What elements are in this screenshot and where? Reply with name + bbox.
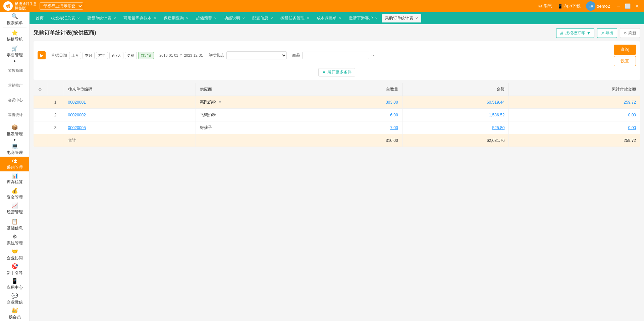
sidebar-item-app-center[interactable]: 📱 应用中心 bbox=[0, 277, 29, 291]
date-shortcut-prev-month[interactable]: 上月 bbox=[69, 52, 81, 59]
status-select[interactable] bbox=[226, 51, 287, 59]
amount-link-2[interactable]: 1,586.52 bbox=[489, 113, 505, 117]
col-header-amount: 金额 bbox=[402, 83, 509, 96]
filter-toggle-btn[interactable]: ▶ bbox=[38, 51, 46, 59]
refresh-icon: ↺ bbox=[624, 31, 627, 36]
restore-btn[interactable]: ⬜ bbox=[624, 3, 632, 9]
row-check-2 bbox=[34, 109, 47, 121]
date-shortcut-7days[interactable]: 近7天 bbox=[109, 52, 123, 59]
filter-status-item: 单据状态 bbox=[208, 51, 287, 59]
minimize-btn[interactable]: ─ bbox=[615, 3, 622, 9]
tab-home[interactable]: 首页 bbox=[32, 14, 47, 22]
col-header-supplier-code: 往来单位编码 bbox=[64, 83, 196, 96]
chevron-down-icon: ▼ bbox=[13, 138, 16, 142]
logo-char: 畅 bbox=[6, 3, 10, 9]
sidebar-item-shortcut[interactable]: ⭐ 快捷导航 bbox=[0, 29, 29, 43]
stock-icon: 📊 bbox=[11, 172, 18, 179]
tab-close-function[interactable]: ✕ bbox=[242, 16, 245, 20]
sidebar-item-stock[interactable]: 📊 库存核算 bbox=[0, 171, 29, 186]
sidebar-item-retail-stats[interactable]: 零售统计 bbox=[0, 107, 29, 122]
sidebar-item-system[interactable]: ⚙ 系统管理 bbox=[0, 232, 29, 247]
query-btn[interactable]: 查询 bbox=[614, 45, 636, 55]
paid-link-3[interactable]: 0.00 bbox=[628, 125, 636, 130]
tab-pickup-task[interactable]: 拣货任务管理 ✕ bbox=[277, 14, 313, 22]
nav-tabs: 首页 收发存汇总表 ✕ 要货单统计表 ✕ 可用量库存账本 ✕ 保质期查询 ✕ 超… bbox=[30, 12, 644, 24]
sidebar-item-enterprise[interactable]: 🤝 企业协同 bbox=[0, 247, 29, 262]
sidebar-item-member[interactable]: 会员中心 bbox=[0, 93, 29, 107]
app-download-btn[interactable]: 📱 App下载 bbox=[557, 3, 581, 9]
tab-expiry-query[interactable]: 保质期查询 ✕ bbox=[160, 14, 192, 22]
date-more-btn[interactable]: 更多 bbox=[125, 52, 137, 59]
supplier-code-link-2[interactable]: 00020002 bbox=[68, 113, 86, 117]
sidebar-item-vip[interactable]: 👑 畅会员 bbox=[0, 306, 29, 321]
expand-more-btn[interactable]: ▼ 展开更多条件 bbox=[318, 68, 355, 76]
date-shortcut-this-year[interactable]: 本年 bbox=[96, 52, 108, 59]
sidebar-item-newbie[interactable]: 🎯 新手引导 bbox=[0, 262, 29, 277]
tab-available-stock[interactable]: 可用量库存账本 ✕ bbox=[120, 14, 160, 22]
sidebar-item-basic[interactable]: 📋 基础信息 bbox=[0, 217, 29, 232]
date-shortcuts: 上月 本月 本年 近7天 更多 自定义 bbox=[69, 52, 154, 59]
paid-link-1[interactable]: 259.72 bbox=[624, 100, 636, 105]
sidebar-item-marketing[interactable]: 营销推广 bbox=[0, 78, 29, 93]
supplier-code-link-1[interactable]: 00020001 bbox=[68, 100, 86, 105]
table-row: 2 00020002 飞鹤奶粉 6.00 1,586.52 bbox=[34, 109, 640, 121]
tab-close-purchase[interactable]: ✕ bbox=[415, 16, 418, 20]
tab-close-cost[interactable]: ✕ bbox=[339, 16, 341, 20]
tab-close-receive[interactable]: ✕ bbox=[77, 16, 80, 20]
amount-link-3[interactable]: 525.80 bbox=[492, 125, 505, 130]
row-amount-2: 1,586.52 bbox=[402, 109, 509, 121]
column-settings-icon[interactable]: ⚙ bbox=[38, 87, 42, 92]
qty-link-1[interactable]: 303.00 bbox=[386, 100, 398, 105]
qty-link-3[interactable]: 7.00 bbox=[390, 125, 398, 130]
table-container: ⚙ 往来单位编码 供应商 主数量 金额 累计付款金额 bbox=[34, 83, 640, 147]
filter-right-btns: 查询 设置 bbox=[614, 45, 636, 66]
tab-cost-adjust[interactable]: 成本调整单 ✕ bbox=[313, 14, 345, 22]
sidebar-item-finance[interactable]: 💰 资金管理 bbox=[0, 186, 29, 201]
sidebar-item-ecommerce[interactable]: 💻 电商管理 bbox=[0, 142, 29, 157]
tab-close-goods[interactable]: ✕ bbox=[113, 16, 116, 20]
tab-invite-downstream[interactable]: 邀请下游客户 ✕ bbox=[345, 14, 381, 22]
template-print-btn[interactable]: 🖨 按模板打印 ▼ bbox=[556, 28, 594, 38]
app-center-icon: 📱 bbox=[11, 278, 18, 284]
tab-function-desc[interactable]: 功能说明 ✕ bbox=[221, 14, 248, 22]
tab-close-overstock[interactable]: ✕ bbox=[214, 16, 217, 20]
more-options-icon[interactable]: ··· bbox=[371, 52, 376, 58]
tab-close-available[interactable]: ✕ bbox=[154, 16, 156, 20]
sidebar-item-retail[interactable]: 🛒 零售管理 ▲ bbox=[0, 45, 29, 63]
tab-goods-summary[interactable]: 要货单统计表 ✕ bbox=[84, 14, 119, 22]
workspace-select[interactable]: 母婴行业演示账套 bbox=[40, 2, 83, 10]
message-btn[interactable]: ✉ 消息 bbox=[538, 3, 552, 9]
tab-close-pickup[interactable]: ✕ bbox=[307, 16, 309, 20]
user-avatar: Ea bbox=[586, 1, 595, 11]
main-layout: 🔍 搜索菜单 ⭐ 快捷导航 🛒 零售管理 ▲ 零售商城 营销推广 会员中心 零售… bbox=[0, 12, 644, 321]
footer-check bbox=[34, 134, 47, 147]
goods-input[interactable] bbox=[302, 52, 369, 59]
tab-overstock[interactable]: 超储预警 ✕ bbox=[193, 14, 220, 22]
amount-link-1[interactable]: 60,519.44 bbox=[487, 100, 504, 105]
tab-config-info[interactable]: 配置信息 ✕ bbox=[249, 14, 276, 22]
sidebar-item-retail-shop[interactable]: 零售商城 bbox=[0, 63, 29, 78]
paid-link-2[interactable]: 0.00 bbox=[628, 113, 636, 117]
export-btn[interactable]: ↗ 导出 bbox=[597, 28, 617, 38]
supplier-code-link-3[interactable]: 00020005 bbox=[68, 125, 86, 130]
tab-close-invite[interactable]: ✕ bbox=[375, 16, 378, 20]
footer-qty: 316.00 bbox=[318, 134, 402, 147]
sidebar-item-search[interactable]: 🔍 搜索菜单 bbox=[0, 12, 29, 27]
qty-link-2[interactable]: 6.00 bbox=[390, 113, 398, 117]
sidebar-item-purchase[interactable]: 🛍 采购管理 bbox=[0, 157, 29, 171]
refresh-btn[interactable]: ↺ 刷新 bbox=[620, 28, 640, 38]
sidebar-item-wholesale[interactable]: 📦 批发管理 ▼ bbox=[0, 124, 29, 142]
expand-supplier-icon[interactable]: ▼ bbox=[218, 100, 222, 104]
tab-close-config[interactable]: ✕ bbox=[270, 16, 273, 20]
sidebar-item-wechat[interactable]: 💬 企业微信 bbox=[0, 291, 29, 306]
user-menu-btn[interactable]: Ea demo2 bbox=[586, 1, 610, 11]
date-shortcut-this-month[interactable]: 本月 bbox=[83, 52, 95, 59]
tab-close-expiry[interactable]: ✕ bbox=[186, 16, 189, 20]
settings-btn[interactable]: 设置 bbox=[614, 56, 636, 66]
star-icon: ⭐ bbox=[11, 30, 18, 36]
tab-receive-summary[interactable]: 收发存汇总表 ✕ bbox=[48, 14, 83, 22]
close-window-btn[interactable]: ✕ bbox=[634, 3, 641, 9]
tab-purchase-summary[interactable]: 采购订单统计表 ✕ bbox=[382, 14, 421, 22]
sidebar-item-operations[interactable]: 📈 经营管理 bbox=[0, 201, 29, 216]
divider-2 bbox=[3, 44, 26, 44]
